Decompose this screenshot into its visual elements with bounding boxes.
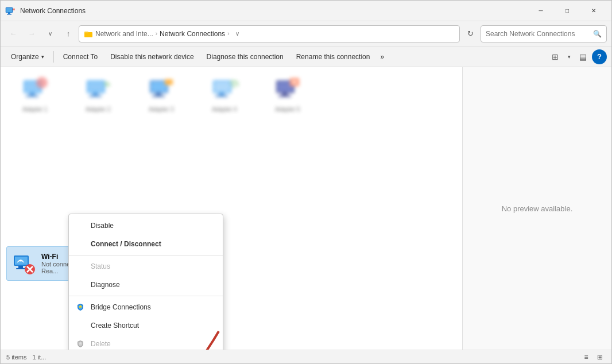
svg-rect-10 xyxy=(26,95,38,97)
status-bar: 5 items 1 it... ≡ ⊞ xyxy=(1,350,611,363)
shortcut-menu-icon xyxy=(76,321,85,330)
minimize-button[interactable]: ─ xyxy=(528,2,554,20)
more-button[interactable]: » xyxy=(377,49,388,65)
menu-item-bridge[interactable]: Bridge Connections xyxy=(69,298,223,316)
items-count: 5 items xyxy=(6,354,26,361)
svg-rect-17 xyxy=(151,82,167,92)
status-list-view-button[interactable]: ≡ xyxy=(580,352,592,362)
no-preview-label: No preview available. xyxy=(502,204,573,213)
change-view-button[interactable]: ⊞ xyxy=(547,49,563,65)
path-segment1: Network and Inte... xyxy=(95,30,153,38)
selected-count: 1 it... xyxy=(32,354,46,361)
delete-shield-icon xyxy=(76,339,85,348)
view-grid-icon: ⊞ xyxy=(552,52,559,61)
title-bar: Network Connections ─ □ ✕ xyxy=(1,1,611,21)
search-icon: 🔍 xyxy=(593,30,602,38)
dropdown-recent-button[interactable]: ∨ xyxy=(42,26,58,42)
window-icon xyxy=(5,6,16,16)
menu-item-diagnose[interactable]: Diagnose xyxy=(69,276,223,294)
menu-divider-1 xyxy=(69,255,223,255)
window-controls: ─ □ ✕ xyxy=(528,2,607,20)
rename-button[interactable]: Rename this connection xyxy=(290,49,376,65)
svg-point-11 xyxy=(36,77,48,88)
menu-item-status: Status xyxy=(69,257,223,276)
back-button[interactable]: ← xyxy=(5,26,21,42)
preview-panel: No preview available. xyxy=(462,67,611,350)
svg-rect-19 xyxy=(152,95,165,97)
path-dropdown-button[interactable]: ∨ xyxy=(231,26,243,42)
svg-rect-29 xyxy=(278,95,291,97)
svg-point-38 xyxy=(20,260,22,262)
connect-disconnect-menu-icon xyxy=(76,239,85,249)
status-bar-right: ≡ ⊞ xyxy=(580,352,606,362)
svg-rect-13 xyxy=(88,82,104,92)
diagnose-button[interactable]: Diagnose this connection xyxy=(201,49,289,65)
svg-rect-24 xyxy=(215,95,228,97)
svg-rect-1 xyxy=(6,8,12,12)
svg-rect-23 xyxy=(219,93,224,95)
svg-rect-28 xyxy=(282,93,288,95)
window: Network Connections ─ □ ✕ ← → ∨ ↑ Networ… xyxy=(0,0,612,364)
disable-device-button[interactable]: Disable this network device xyxy=(104,49,199,65)
help-button[interactable]: ? xyxy=(592,49,607,64)
disable-menu-icon xyxy=(76,221,85,230)
svg-rect-18 xyxy=(156,93,161,95)
svg-rect-2 xyxy=(8,13,10,14)
svg-rect-34 xyxy=(16,268,25,269)
search-box: 🔍 xyxy=(481,25,607,42)
window-title: Network Connections xyxy=(20,7,528,15)
svg-rect-33 xyxy=(18,266,23,268)
toolbar: Organize ▾ Connect To Disable this netwo… xyxy=(1,47,611,67)
status-menu-icon xyxy=(76,262,85,271)
svg-rect-20 xyxy=(165,79,173,85)
connect-to-button[interactable]: Connect To xyxy=(57,49,104,65)
svg-point-25 xyxy=(233,86,235,88)
svg-rect-3 xyxy=(7,14,11,15)
status-grid-view-button[interactable]: ⊞ xyxy=(594,352,606,362)
up-button[interactable]: ↑ xyxy=(60,26,76,42)
menu-item-connect-disconnect[interactable]: Connect / Disconnect xyxy=(69,235,223,253)
view-dropdown-button[interactable]: ▾ xyxy=(564,49,574,65)
content-area: Adapter 1 Adapter 2 Adapter 3 Adapter 4 xyxy=(1,67,611,350)
path-sep2: › xyxy=(227,30,229,37)
menu-item-delete: Delete xyxy=(69,335,223,350)
context-menu: Disable Connect / Disconnect Status Diag… xyxy=(68,214,223,350)
path-sep1: › xyxy=(156,30,157,37)
wifi-network-icon xyxy=(13,252,36,275)
path-icon xyxy=(84,29,93,38)
svg-rect-22 xyxy=(214,82,230,92)
diagnose-menu-icon xyxy=(76,280,85,289)
menu-item-create-shortcut[interactable]: Create Shortcut xyxy=(69,316,223,335)
toolbar-separator-1 xyxy=(53,51,54,63)
svg-rect-15 xyxy=(89,95,102,97)
toolbar-right: ⊞ ▾ ▤ ? xyxy=(547,49,607,65)
bridge-shield-icon xyxy=(76,303,85,312)
preview-pane-button[interactable]: ▤ xyxy=(575,49,591,65)
svg-rect-6 xyxy=(84,32,88,33)
forward-button[interactable]: → xyxy=(24,26,40,42)
refresh-button[interactable]: ↻ xyxy=(462,26,478,42)
address-path[interactable]: Network and Inte... › Network Connection… xyxy=(79,25,460,42)
address-bar: ← → ∨ ↑ Network and Inte... › Network Co… xyxy=(1,21,611,47)
wifi-icon-container xyxy=(13,252,36,275)
svg-rect-9 xyxy=(29,93,35,95)
maximize-button[interactable]: □ xyxy=(554,2,580,20)
close-button[interactable]: ✕ xyxy=(580,2,607,20)
menu-divider-2 xyxy=(69,296,223,296)
search-input[interactable] xyxy=(486,30,590,38)
menu-item-disable[interactable]: Disable xyxy=(69,216,223,235)
path-segment2: Network Connections xyxy=(160,30,225,38)
organize-button[interactable]: Organize ▾ xyxy=(5,49,50,65)
svg-rect-14 xyxy=(92,93,98,95)
